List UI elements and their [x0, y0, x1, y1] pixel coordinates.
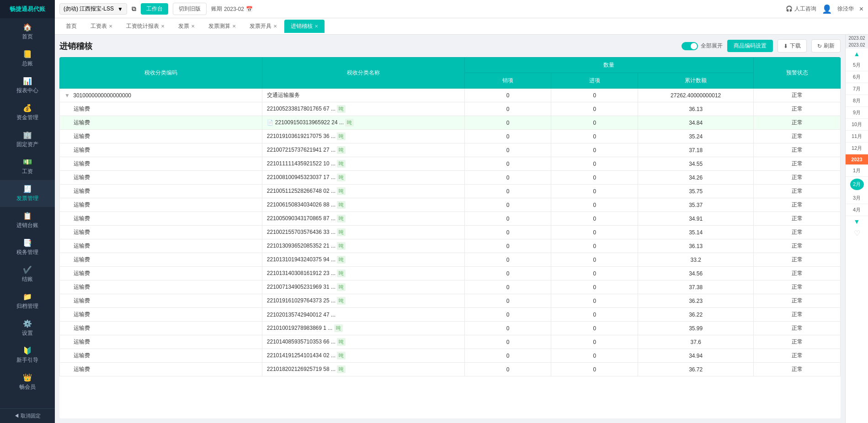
cell-sale: 0: [464, 322, 551, 335]
cell-sale: 0: [464, 130, 551, 143]
cal-year-top2: 2023.02: [846, 42, 868, 48]
company-selector[interactable]: (勿动) 江西报宝-LSS ▼: [59, 3, 127, 15]
col-header-status: 预警状态: [754, 58, 841, 89]
invoice-no: 221005112528266748 02 ...: [267, 188, 335, 194]
cell-status: 正常: [754, 157, 841, 171]
sidebar-item-settings[interactable]: ⚙️ 设置: [0, 315, 55, 342]
cell-purchase: 0: [551, 185, 638, 198]
sidebar-item-guide[interactable]: 🔰 新手引导: [0, 342, 55, 369]
main-area: (勿动) 江西报宝-LSS ▼ ⧉ 工作台 切到旧版 账期 2023-02 📅 …: [55, 0, 868, 423]
tab-home[interactable]: 首页: [59, 20, 83, 33]
sidebar-item-salary[interactable]: 💵 工资: [0, 153, 55, 180]
cal-month-2-active[interactable]: 2月: [850, 179, 864, 190]
sidebar-item-settle[interactable]: ✔️ 结账: [0, 261, 55, 288]
sidebar-label-ledger: 总账: [22, 60, 33, 68]
cell-status: 正常: [754, 308, 841, 322]
sidebar-label-fund: 资金管理: [16, 114, 38, 122]
cal-down-arrow[interactable]: ▼: [852, 216, 862, 227]
tab-invoice-calc[interactable]: 发票测算 ✕: [202, 20, 242, 33]
invoice-no: 221013101943240375 94 ...: [267, 256, 335, 263]
cal-month-11[interactable]: 11月: [846, 131, 868, 143]
close-button[interactable]: ×: [859, 5, 863, 13]
expand-toggle[interactable]: [682, 42, 698, 50]
cal-month-6[interactable]: 6月: [846, 71, 868, 83]
cell-sale: 0: [464, 226, 551, 239]
calendar-icon[interactable]: 📅: [246, 6, 253, 12]
unpin-button[interactable]: ◀ 取消固定: [0, 408, 55, 423]
copy-icon[interactable]: ⧉: [132, 5, 136, 13]
cell-purchase: 0: [551, 157, 638, 171]
tab-salary-table[interactable]: 工资表 ✕: [84, 20, 119, 33]
cell-purchase: 0: [551, 363, 638, 376]
switch-button[interactable]: 切到旧版: [173, 3, 207, 15]
sidebar-item-ledger[interactable]: 📒 总账: [0, 45, 55, 72]
cell-status: 正常: [754, 349, 841, 363]
cal-month-5[interactable]: 5月: [846, 59, 868, 71]
refresh-button[interactable]: ↻ 刷新: [811, 39, 841, 53]
sidebar-item-purchase[interactable]: 📋 进销台账: [0, 207, 55, 234]
tab-purchase-verify-close[interactable]: ✕: [314, 24, 318, 29]
cell-cumulative: 36.13: [638, 239, 754, 253]
cal-month-4[interactable]: 4月: [846, 204, 868, 216]
toggle-label: 全部展开: [701, 42, 723, 50]
cell-cumulative: 34.91: [638, 212, 754, 226]
cell-name: 运输费: [60, 308, 262, 322]
cell-purchase: 0: [551, 267, 638, 280]
cal-month-1[interactable]: 1月: [846, 165, 868, 177]
cell-status: 正常: [754, 239, 841, 253]
sidebar-item-asset[interactable]: 🏢 固定资产: [0, 126, 55, 153]
sidebar-item-home[interactable]: 🏠 首页: [0, 18, 55, 45]
invoice-no: 221009150313965922 24 ...: [275, 119, 344, 126]
cell-sale: 0: [464, 171, 551, 185]
cell-cumulative: 37.18: [638, 143, 754, 157]
settings-button[interactable]: 商品编码设置: [727, 40, 773, 52]
cal-month-3[interactable]: 3月: [846, 192, 868, 204]
tab-invoice-close[interactable]: ✕: [191, 24, 195, 29]
sidebar-label-asset: 固定资产: [16, 141, 38, 148]
cell-sale: 0: [464, 212, 551, 226]
invoice-no: 221007134905231969 31 ...: [267, 284, 335, 290]
sidebar-item-report[interactable]: 📊 报表中心: [0, 72, 55, 99]
cell-sale: 0: [464, 89, 551, 102]
cal-month-7[interactable]: 7月: [846, 83, 868, 95]
tab-salary-table-label: 工资表: [91, 22, 107, 30]
right-panel: 2023.02 2023.02 ▲ 5月 6月 7月 8月 9月 10月 11月…: [845, 35, 868, 423]
cal-month-9[interactable]: 9月: [846, 107, 868, 119]
sidebar-item-fund[interactable]: 💰 资金管理: [0, 99, 55, 126]
cal-month-12[interactable]: 12月: [846, 143, 868, 154]
cell-sale: 0: [464, 116, 551, 130]
tab-purchase-verify[interactable]: 进销稽核 ✕: [284, 20, 325, 33]
cal-year-2023: 2023: [846, 154, 868, 165]
tab-invoice[interactable]: 发票 ✕: [172, 20, 201, 33]
invoice-no: 221018202126925719 58 ...: [267, 366, 335, 372]
cell-invoice: 📄221009150313965922 24 ... 吨: [262, 116, 464, 130]
cal-up-arrow[interactable]: ▲: [852, 48, 862, 59]
sidebar-label-invoice: 发票管理: [16, 195, 38, 202]
workspace-button[interactable]: 工作台: [141, 3, 168, 15]
tab-invoice-open[interactable]: 发票开具 ✕: [243, 20, 283, 33]
invoice-no: 221005090343170865 87 ...: [267, 215, 335, 222]
sidebar-item-tax[interactable]: 📑 税务管理: [0, 234, 55, 261]
tab-salary-report-close[interactable]: ✕: [161, 24, 165, 29]
sidebar-item-invoice[interactable]: 🧾 发票管理: [0, 180, 55, 207]
tab-purchase-verify-label: 进销稽核: [291, 22, 313, 30]
sidebar-item-member[interactable]: 👑 畅会员: [0, 369, 55, 396]
support-button[interactable]: 🎧 人工咨询: [786, 5, 816, 13]
tab-invoice-calc-close[interactable]: ✕: [232, 24, 236, 29]
cell-purchase: 0: [551, 198, 638, 212]
cal-month-8[interactable]: 8月: [846, 95, 868, 107]
tab-salary-table-close[interactable]: ✕: [109, 24, 112, 29]
sidebar-item-archive[interactable]: 📁 归档管理: [0, 288, 55, 315]
unit-tag: 吨: [337, 187, 346, 195]
tab-invoice-open-close[interactable]: ✕: [273, 24, 277, 29]
user-avatar: 👤: [822, 4, 832, 14]
cell-cumulative: 34.55: [638, 157, 754, 171]
download-button[interactable]: ⬇ 下载: [777, 39, 807, 53]
settle-icon: ✔️: [23, 265, 32, 274]
cell-status: 正常: [754, 171, 841, 185]
cal-month-10[interactable]: 10月: [846, 119, 868, 131]
invoice-no: 221020135742940012 47 ...: [267, 312, 335, 318]
cell-code: ▼ 3010000000000000000: [60, 89, 262, 102]
tab-salary-report[interactable]: 工资统计报表 ✕: [120, 20, 171, 33]
invoice-no: 221014085935710353 66 ...: [267, 338, 335, 345]
